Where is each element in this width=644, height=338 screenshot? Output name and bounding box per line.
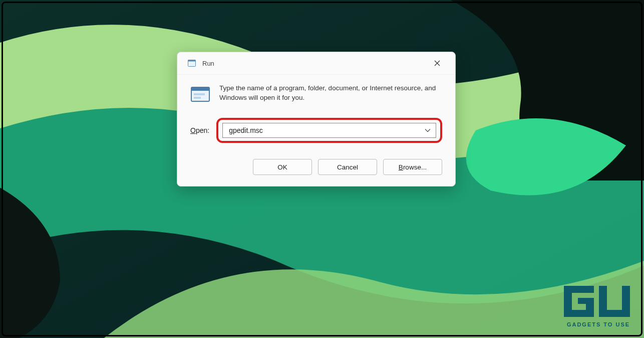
open-label: Open: [190, 126, 209, 134]
run-window-icon [187, 59, 196, 68]
svg-rect-2 [188, 60, 196, 62]
dialog-title: Run [202, 60, 427, 67]
watermark: GADGETS TO USE [561, 284, 636, 331]
dialog-body: Type the name of a program, folder, docu… [177, 74, 455, 159]
run-icon [190, 85, 210, 105]
svg-rect-8 [194, 97, 201, 99]
svg-text:GADGETS TO USE: GADGETS TO USE [567, 321, 630, 327]
cancel-button[interactable]: Cancel [318, 159, 377, 175]
open-combobox[interactable] [222, 123, 436, 138]
button-row: OK Cancel Browse... [177, 159, 455, 186]
browse-button[interactable]: Browse... [383, 159, 442, 175]
input-highlight-annotation [216, 118, 442, 143]
chevron-down-icon[interactable] [422, 128, 434, 132]
open-input[interactable] [229, 126, 422, 134]
ok-button[interactable]: OK [253, 159, 312, 175]
close-button[interactable] [427, 56, 447, 71]
titlebar[interactable]: Run [177, 52, 455, 74]
svg-rect-6 [191, 87, 209, 91]
info-text: Type the name of a program, folder, docu… [219, 84, 442, 103]
svg-rect-7 [194, 93, 205, 95]
run-dialog: Run Type the name of a program, folder, … [177, 52, 456, 187]
